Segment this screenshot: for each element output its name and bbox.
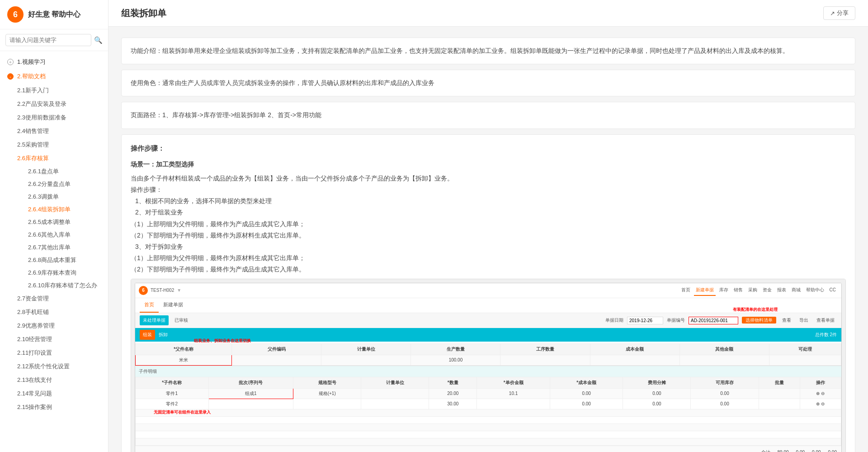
mock-cell-oamt — [679, 355, 769, 366]
nav-item-2.6.6[interactable]: 2.6.6其他入库单 — [24, 228, 108, 241]
mock-nav-new: 新建单据 — [694, 285, 716, 296]
nav-item-2.6.5[interactable]: 2.6.5成本调整单 — [24, 216, 108, 228]
mock-cell-wqty — [500, 355, 590, 366]
intro-text: 功能介绍：组装拆卸单用来处理企业组装或拆卸等加工业务，支持有固定装配清单的产品加… — [131, 45, 846, 57]
path-card: 页面路径：1、库存核算->库存管理->组装拆卸单 2、首页->常用功能 — [121, 102, 855, 128]
nav-item-2.6.10[interactable]: 2.6.10库存账本错了怎么办 — [24, 279, 108, 292]
logo-text: 好生意 帮助中心 — [28, 10, 80, 19]
mock-col-produce-qty: 生产数量 — [411, 344, 500, 355]
mock-nav-fund: 资金 — [761, 285, 774, 296]
nav-item-2.6.1[interactable]: 2.6.1盘点单 — [24, 165, 108, 178]
mock-lcell-a2: 0.00 — [623, 399, 691, 409]
nav-sub-2.13[interactable]: 2.13在线支付 — [17, 373, 108, 387]
step2-sub2: （2）下部明细为子件明细，最终作为原材料生成其它出库单。 — [131, 230, 846, 241]
nav-category-2[interactable]: - 2.帮助文档 — [0, 69, 108, 84]
mock-lcol-avail: 可用库存 — [691, 377, 759, 389]
mock-lcell-c1: 0.00 — [550, 389, 623, 399]
nav-item-2.6.9[interactable]: 2.6.9库存账本查询 — [24, 266, 108, 279]
mock-lower-row-6 — [136, 431, 841, 438]
mock-lcell-a1: 0.00 — [623, 389, 691, 399]
nav-sub-2.3[interactable]: 2.3使用前数据准备 — [17, 111, 108, 124]
search-input[interactable] — [5, 34, 91, 46]
nav-item-2.6.7[interactable]: 2.6.7其他出库单 — [24, 241, 108, 254]
nav-sub-2.15[interactable]: 2.15操作案例 — [17, 400, 108, 414]
mock-nav-purchase: 采购 — [746, 285, 759, 296]
mock-num-input[interactable] — [689, 317, 738, 324]
nav-sub-2.5[interactable]: 2.5采购管理 — [17, 138, 108, 152]
mock-toolbar-area: 未处理单据 已审核 单据日期 单据编号 有装配清单的在这里处理 选择物料清单 — [135, 313, 841, 328]
nav-sub-2.10[interactable]: 2.10经营管理 — [17, 333, 108, 346]
mock-form-info: 总件数 2件 — [815, 331, 837, 339]
role-card: 使用角色：通常由生产人员或库管人员完成拆装业务的操作，库管人员确认原材料的出库和… — [121, 70, 855, 96]
mock-date-input[interactable] — [627, 317, 663, 324]
mock-col-unit: 计量单位 — [321, 344, 411, 355]
mock-nav: 首页 新建单据 库存 销售 采购 资金 报表 商城 帮助中心 CC — [679, 285, 838, 296]
nav-sub-2.11[interactable]: 2.11打印设置 — [17, 346, 108, 360]
mock-lcell-op1: ⊕ ⊖ — [800, 389, 841, 399]
mock-btn-matlist: 选择物料清单 — [742, 317, 776, 324]
nav-sub-2.2[interactable]: 2.2产品安装及登录 — [17, 97, 108, 111]
mock-lcell-bt2 — [759, 399, 800, 409]
nav-item-2.6.3[interactable]: 2.6.3调拨单 — [24, 190, 108, 203]
share-button[interactable]: ↗ 分享 — [823, 6, 855, 20]
search-button[interactable]: 🔍 — [94, 36, 103, 44]
nav-sub-2.7[interactable]: 2.7资金管理 — [17, 292, 108, 305]
mock-lcol-spec: 规格型号 — [293, 377, 361, 389]
mock-lcell-av2: 0.00 — [691, 399, 759, 409]
nav-sub-2.6[interactable]: 2.6库存核算 — [17, 152, 108, 165]
scene1-steps-title: 操作步骤： — [131, 184, 846, 195]
mock-lcol-name: *子件名称 — [136, 377, 209, 389]
mock-lcol-cost: *成本金额 — [550, 377, 623, 389]
mock-lcell-q2: 30.00 — [429, 399, 477, 409]
annotation-text-2: 组装业务、拆卸业务在这里切换 — [194, 337, 251, 344]
mock-footer-val4: 0.00 — [828, 448, 837, 452]
expand-icon-1: + — [7, 59, 14, 65]
mock-label-num: 单据编号 — [667, 316, 685, 324]
mock-upper-table: *父件名称 父件编码 计量单位 生产数量 工序数量 成本金额 其他金额 可处理 — [135, 343, 841, 366]
mock-lower-table: *子件名称 批次/序列号 规格型号 计量单位 *数量 *单价金额 *成本金额 费… — [135, 377, 841, 446]
nav-item-2.6.8[interactable]: 2.6.8商品成本重算 — [24, 254, 108, 266]
step3-sub1: （1）上部明细为父件明细，最终作为原材料生成其它出库单； — [131, 252, 846, 264]
mock-nav-mall: 商城 — [790, 285, 802, 296]
mock-lcol-alloc: 费用分摊 — [623, 377, 691, 389]
nav-item-2.6.2[interactable]: 2.6.2分量盘点单 — [24, 178, 108, 190]
mock-lcell-b1: 组成1 — [208, 389, 293, 399]
mock-tab-newbill: 新建单据 — [159, 298, 188, 313]
mock-lcell-b2 — [208, 399, 293, 409]
mock-col-parent-code: 父件编码 — [232, 344, 321, 355]
scene1-title: 场景一：加工类型选择 — [131, 159, 846, 170]
mock-lcell-s1: 规格(+1) — [293, 389, 361, 399]
steps-title: 操作步骤： — [131, 142, 846, 154]
intro-card: 功能介绍：组装拆卸单用来处理企业组装或拆卸等加工业务，支持有固定装配清单的产品加… — [121, 38, 855, 64]
nav-sub-2.8[interactable]: 2.8手机旺铺 — [17, 305, 108, 319]
nav-sub-2.1[interactable]: 2.1新手入门 — [17, 84, 108, 97]
nav-sub-2.9[interactable]: 2.9优惠券管理 — [17, 319, 108, 333]
nav-sub-2.4[interactable]: 2.4销售管理 — [17, 124, 108, 138]
path-text: 页面路径：1、库存核算->库存管理->组装拆卸单 2、首页->常用功能 — [131, 109, 846, 121]
mock-lcol-batch: 批次/序列号 — [208, 377, 293, 389]
mock-footer-val1: 89.00 — [778, 448, 789, 452]
mock-lcell-s2 — [293, 399, 361, 409]
mock-nav-home: 首页 — [679, 285, 692, 296]
mock-lcol-qty: *数量 — [429, 377, 477, 389]
role-text: 使用角色：通常由生产人员或库管人员完成拆装业务的操作，库管人员确认原材料的出库和… — [131, 77, 846, 89]
mock-company: TEST-H002 — [151, 286, 174, 295]
nav-sub-2: 2.1新手入门 2.2产品安装及登录 2.3使用前数据准备 2.4销售管理 2.… — [0, 84, 108, 414]
nav-sub-2.14[interactable]: 2.14常见问题 — [17, 387, 108, 400]
nav-category-1[interactable]: + 1.视频学习 — [0, 55, 108, 69]
mock-dropdown-icon: ▼ — [177, 286, 181, 295]
mock-tab-home: 首页 — [140, 298, 159, 313]
nav-sub-2.12[interactable]: 2.12系统个性化设置 — [17, 360, 108, 373]
step2-sub1: （1）上部明细为父件明细，最终作为产成品生成其它入库单； — [131, 219, 846, 230]
nav-list: + 1.视频学习 - 2.帮助文档 2.1新手入门 2.2产品安装及登录 2.3… — [0, 51, 108, 452]
step2: 2、对于组装业务 — [131, 207, 846, 218]
mock-lower-row-4 — [136, 417, 841, 424]
mock-lcell-c2: 0.00 — [550, 399, 623, 409]
annotation-text-1: 有装配清单的在这里处理 — [733, 306, 778, 313]
mock-col-parent-name: *父件名称 — [136, 344, 232, 355]
mock-annotation-zone: 有装配清单的在这里处理 选择物料清单 — [742, 316, 776, 325]
mock-nav-cc: CC — [828, 285, 838, 296]
nav-item-2.6.4[interactable]: 2.6.4组装拆卸单 — [24, 203, 108, 216]
mock-lcell-name2: 零件2 — [136, 399, 209, 409]
screenshot-inner: 6 TEST-H002 ▼ 首页 新建单据 库存 销售 采购 资金 — [131, 279, 845, 452]
